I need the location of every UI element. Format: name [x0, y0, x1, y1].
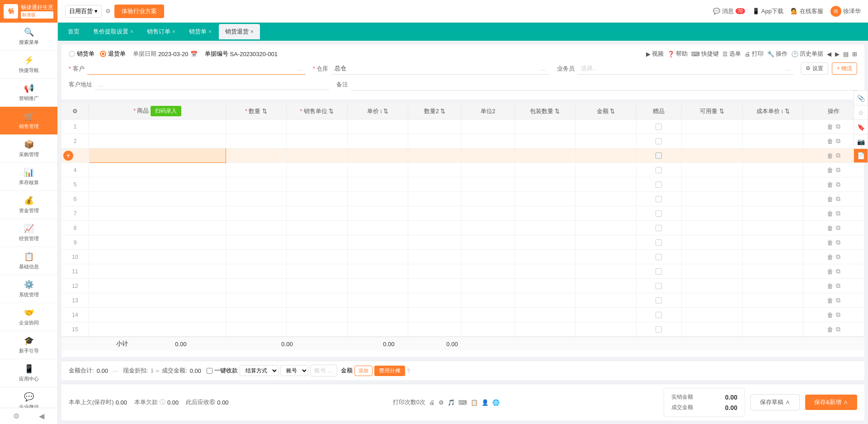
gift-checkbox[interactable] [656, 124, 662, 130]
costprice-cell[interactable] [742, 163, 803, 177]
add-btn[interactable]: 添加 [354, 366, 373, 376]
amount-cell[interactable] [576, 119, 637, 134]
costprice-cell[interactable] [742, 264, 803, 279]
gift-checkbox[interactable] [656, 167, 662, 173]
qty2-cell[interactable] [408, 308, 462, 322]
qty-cell[interactable] [226, 293, 287, 308]
tab-sales-goods[interactable]: 销货单× [183, 24, 218, 39]
sidebar-item-newbie[interactable]: 🎓 新手引导 [0, 331, 57, 359]
product-cell[interactable] [89, 250, 226, 264]
unit-cell[interactable] [287, 221, 348, 235]
warehouse-input[interactable]: 总仓 ... [331, 62, 549, 75]
price-cell[interactable] [347, 206, 408, 221]
gift-checkbox[interactable] [656, 196, 662, 202]
th-product[interactable]: * 商品 扫码录入 [89, 103, 226, 119]
costprice-cell[interactable] [742, 148, 803, 163]
trial-btn[interactable]: 体验行业方案 [114, 5, 164, 18]
product-cell[interactable] [89, 235, 226, 250]
delete-row-btn[interactable]: 🗑 [827, 210, 833, 217]
save-draft-btn[interactable]: 保存草稿 ∧ [750, 394, 800, 410]
price-cell[interactable] [347, 221, 408, 235]
qty2-cell[interactable] [408, 148, 462, 163]
delete-row-btn[interactable]: 🗑 [827, 152, 833, 159]
costprice-cell[interactable] [742, 177, 803, 192]
unit-cell[interactable] [287, 163, 348, 177]
operate-btn[interactable]: 🔧 操作 [767, 50, 788, 58]
agent-dots-btn[interactable]: ... [785, 65, 790, 72]
sidebar-item-search[interactable]: 🔍 搜索菜单 [0, 23, 57, 51]
qty-cell[interactable] [226, 221, 287, 235]
settings-icon[interactable]: ⚙ [105, 8, 111, 14]
side-icon-attachment[interactable]: 📎 [854, 91, 868, 105]
sidebar-item-apps[interactable]: 📱 应用中心 [0, 359, 57, 387]
cash-discount-info[interactable]: ℹ [151, 367, 153, 374]
amount-cell[interactable] [576, 293, 637, 308]
avail-cell[interactable] [682, 235, 743, 250]
qty2-cell[interactable] [408, 134, 462, 148]
unit-cell[interactable] [287, 322, 348, 337]
sidebar-item-purchase[interactable]: 📦 采购管理 [0, 135, 57, 163]
qty-cell[interactable] [226, 206, 287, 221]
tab-close-price-setting[interactable]: × [130, 29, 133, 35]
avail-cell[interactable] [682, 148, 743, 163]
qty-cell[interactable] [226, 235, 287, 250]
qty-cell[interactable] [226, 279, 287, 293]
price-cell[interactable] [347, 308, 408, 322]
copy-row-btn[interactable]: ⧉ [836, 210, 840, 217]
once-info-icon[interactable]: ⓘ [160, 398, 165, 406]
th-qty[interactable]: * 数量 ⇅ [226, 103, 287, 119]
qty-cell[interactable] [226, 308, 287, 322]
qty-cell[interactable] [226, 192, 287, 206]
unit2-cell[interactable] [461, 322, 514, 337]
radio-sale[interactable]: 销货单 [69, 50, 94, 58]
costprice-cell[interactable] [742, 134, 803, 148]
sidebar-item-operation[interactable]: 📈 经营管理 [0, 219, 57, 247]
gift-checkbox[interactable] [656, 283, 662, 289]
price-cell[interactable] [347, 192, 408, 206]
unit2-cell[interactable] [461, 148, 514, 163]
side-icon-photo[interactable]: 📷 [854, 134, 868, 148]
delete-row-btn[interactable]: 🗑 [827, 195, 833, 203]
gift-checkbox[interactable] [656, 326, 662, 333]
avail-cell[interactable] [682, 250, 743, 264]
qty-cell[interactable] [226, 119, 287, 134]
print-btn[interactable]: 🖨 打印 [745, 50, 764, 58]
qty2-cell[interactable] [408, 177, 462, 192]
product-cell[interactable] [89, 192, 226, 206]
pkgqty-cell[interactable] [514, 235, 576, 250]
product-cell[interactable] [89, 177, 226, 192]
calendar-icon[interactable]: 📅 [190, 51, 198, 57]
select-order-btn[interactable]: ☰ 选单 [722, 50, 741, 58]
remark-input[interactable] [351, 78, 857, 91]
product-cell[interactable] [89, 308, 226, 322]
product-cell[interactable] [89, 293, 226, 308]
qty2-cell[interactable] [408, 206, 462, 221]
avail-cell[interactable] [682, 177, 743, 192]
product-cell[interactable] [89, 134, 226, 148]
price-cell[interactable] [347, 293, 408, 308]
price-cell[interactable] [347, 163, 408, 177]
product-cell[interactable] [89, 264, 226, 279]
avail-cell[interactable] [682, 134, 743, 148]
avail-cell[interactable] [682, 322, 743, 337]
sidebar-collapse-btn[interactable]: ◀ [39, 412, 44, 420]
sidebar-item-shortcut[interactable]: ⚡ 快捷导航 [0, 51, 57, 79]
one-click-checkbox[interactable] [207, 368, 212, 374]
side-icon-form[interactable]: 📄 [854, 148, 868, 163]
customer-input[interactable]: ... [87, 62, 306, 75]
product-cell[interactable] [89, 322, 226, 337]
product-cell[interactable] [89, 279, 226, 293]
qty-cell[interactable] [226, 134, 287, 148]
pkgqty-cell[interactable] [514, 293, 576, 308]
delete-row-btn[interactable]: 🗑 [827, 268, 833, 275]
copy-row-btn[interactable]: ⧉ [836, 166, 840, 174]
pkgqty-cell[interactable] [514, 308, 576, 322]
amount-cell[interactable] [576, 177, 637, 192]
amount-cell[interactable] [576, 206, 637, 221]
qty-cell[interactable] [226, 264, 287, 279]
unit2-cell[interactable] [461, 264, 514, 279]
th-amount[interactable]: 金额 ⇅ [576, 103, 637, 119]
pkgqty-cell[interactable] [514, 163, 576, 177]
fee-help-icon[interactable]: ? [407, 367, 410, 374]
unit-cell[interactable] [287, 250, 348, 264]
